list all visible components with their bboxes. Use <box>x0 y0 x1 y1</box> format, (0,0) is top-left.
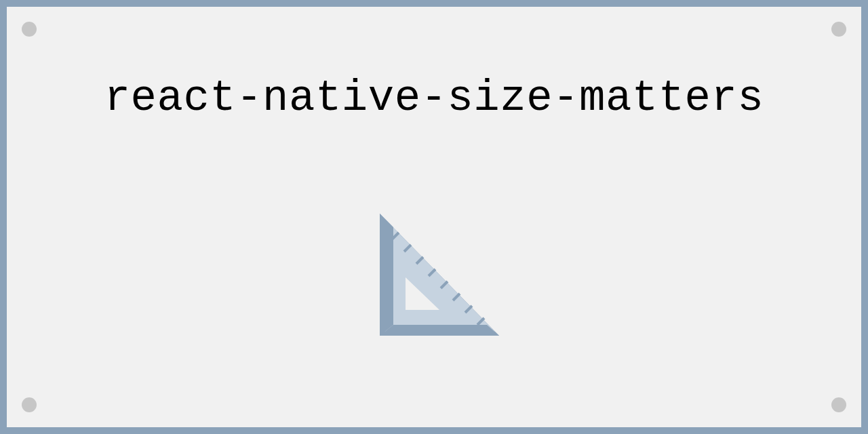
card-frame: react-native-size-matters <box>0 0 868 434</box>
triangular-ruler-icon <box>359 197 509 340</box>
card-content: react-native-size-matters <box>7 7 861 427</box>
card-panel: react-native-size-matters <box>7 7 861 427</box>
package-title: react-native-size-matters <box>104 74 764 123</box>
